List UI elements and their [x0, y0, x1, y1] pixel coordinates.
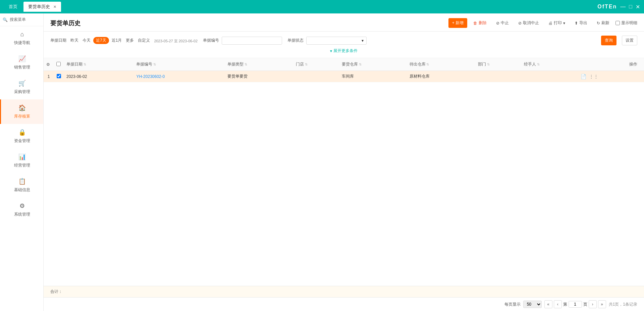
next-page-button[interactable]: ›	[589, 300, 597, 308]
col-req-warehouse[interactable]: 要货仓库	[339, 58, 407, 71]
tab-close-icon[interactable]: ✕	[53, 5, 56, 9]
col-doc-type[interactable]: 单据类型	[225, 58, 293, 71]
sidebar-item-quick-nav[interactable]: ⌂ 快捷导航	[0, 26, 43, 50]
table-header-row: ⚙ 单据日期 单据编号 单据类型 门店 要货仓库 待出仓库 部门 经手人 操	[44, 58, 644, 71]
cancel-stop-button[interactable]: ⊘ 取消中止	[515, 18, 542, 28]
query-button[interactable]: 查询	[601, 36, 616, 45]
sidebar-item-finance[interactable]: 🔒 资金管理	[0, 124, 43, 148]
gear-settings-icon[interactable]: ⚙	[46, 62, 50, 67]
tab-home[interactable]: 首页	[4, 2, 22, 12]
query-button-label: 查询	[605, 38, 613, 43]
new-button-label: + 新增	[452, 20, 464, 26]
footer-sum-label: 合计：	[50, 289, 62, 294]
col-handler[interactable]: 经手人	[521, 58, 578, 71]
date-opt-today[interactable]: 今天	[81, 37, 92, 44]
display-detail-toggle[interactable]: 显示明细	[615, 20, 637, 26]
date-opt-1month[interactable]: 近1月	[110, 37, 123, 44]
date-opt-yesterday[interactable]: 昨天	[69, 37, 80, 44]
display-detail-label: 显示明细	[621, 20, 637, 26]
filter-status-select[interactable]: ▾	[306, 37, 367, 45]
export-button[interactable]: ⬆ 导出	[571, 18, 591, 28]
delete-icon: 🗑	[473, 21, 477, 26]
first-page-button[interactable]: «	[544, 300, 552, 308]
stop-button[interactable]: ⊘ 中止	[493, 18, 512, 28]
cart-icon: 🛒	[18, 80, 26, 87]
row-more-icon[interactable]: ⋮⋮	[589, 74, 598, 79]
maximize-icon[interactable]: □	[629, 4, 632, 10]
delete-button[interactable]: 🗑 删除	[470, 18, 490, 28]
sidebar-item-sales-mgmt[interactable]: 📈 销售管理	[0, 50, 43, 75]
prev-page-button[interactable]: ‹	[554, 300, 562, 308]
stop-icon: ⊘	[496, 21, 499, 26]
page-input[interactable]	[569, 301, 582, 308]
last-page-button[interactable]: »	[598, 300, 606, 308]
refresh-button[interactable]: ↻ 刷新	[593, 18, 613, 28]
sidebar-item-ops[interactable]: 📊 经营管理	[0, 148, 43, 173]
table-row: 1 2023-06-02 YH-20230602-0 要货单要货 车间库 原材料…	[44, 71, 644, 82]
table-footer-sum: 合计：	[44, 286, 644, 297]
ops-icon: 📊	[18, 153, 26, 161]
search-icon: 🔍	[3, 17, 8, 22]
col-gear[interactable]: ⚙	[44, 58, 54, 71]
col-doc-no[interactable]: 单据编号	[133, 58, 224, 71]
top-bar: 首页 要货单历史 ✕ OfTEn — □ ✕	[0, 0, 644, 13]
home-icon: ⌂	[20, 31, 24, 38]
filter-docno-input[interactable]	[222, 37, 282, 45]
inventory-icon: 🏠	[18, 104, 26, 112]
sidebar-item-inventory[interactable]: 🏠 库存核算	[0, 99, 43, 124]
row-edit-icon[interactable]: 📄	[581, 74, 586, 79]
doc-icon: 📋	[18, 178, 26, 185]
settings-button[interactable]: 设置	[622, 36, 637, 45]
cell-actions: 📄 ⋮⋮	[578, 71, 644, 82]
filter-docno-group: 单据编号	[203, 37, 282, 45]
new-button[interactable]: + 新增	[448, 18, 467, 28]
cell-handler	[521, 71, 578, 82]
tab-requisition-label: 要货单历史	[28, 4, 50, 10]
sidebar: 🔍 搜索菜单 ⌂ 快捷导航 📈 销售管理 🛒 采购管理 🏠 库存核算 🔒 资金管…	[0, 13, 44, 311]
sidebar-item-basic-info[interactable]: 📋 基础信息	[0, 173, 43, 197]
display-detail-checkbox[interactable]	[615, 21, 620, 25]
col-pending-warehouse[interactable]: 待出仓库	[407, 58, 476, 71]
chevron-down-small-icon: ▾	[330, 49, 332, 53]
date-opt-more[interactable]: 更多	[124, 37, 135, 44]
filter-date-options: 昨天 今天 近7天 近1月 更多 自定义	[69, 37, 151, 44]
sidebar-item-sys-label: 系统管理	[14, 212, 30, 217]
cell-pending-warehouse: 原材料仓库	[407, 71, 476, 82]
sidebar-item-quick-nav-label: 快捷导航	[14, 40, 30, 46]
print-button-label: 打印	[554, 20, 562, 26]
print-button[interactable]: 🖨 打印 ▾	[545, 18, 569, 28]
sidebar-item-purchase-mgmt[interactable]: 🛒 采购管理	[0, 75, 43, 99]
sidebar-item-sales-label: 销售管理	[14, 64, 30, 70]
doc-no-link[interactable]: YH-20230602-0	[136, 74, 165, 79]
col-department[interactable]: 部门	[475, 58, 521, 71]
sidebar-search[interactable]: 🔍 搜索菜单	[0, 13, 43, 26]
per-page-select[interactable]: 10 20 50 100	[523, 301, 542, 308]
filter-date-group: 单据日期 昨天 今天 近7天 近1月 更多 自定义 2023-05-27 至 2…	[50, 37, 198, 44]
refresh-button-label: 刷新	[601, 20, 609, 26]
expand-more-conditions[interactable]: ▾ 展开更多条件	[330, 48, 358, 54]
row-num: 1	[44, 71, 54, 82]
cell-req-warehouse: 车间库	[339, 71, 407, 82]
select-all-checkbox[interactable]	[56, 62, 61, 66]
date-opt-7days[interactable]: 近7天	[93, 37, 109, 44]
filter-date-range: 2023-05-27 至 2023-06-02	[154, 39, 198, 43]
cell-store	[293, 71, 339, 82]
col-doc-date[interactable]: 单据日期	[64, 58, 133, 71]
date-opt-custom[interactable]: 自定义	[137, 37, 151, 44]
content-area: 要货单历史 + 新增 🗑 删除 ⊘ 中止 ⊘ 取消中止 🖨	[44, 13, 644, 311]
tab-home-label: 首页	[9, 4, 17, 10]
cancel-stop-label: 取消中止	[523, 20, 539, 26]
main-layout: 🔍 搜索菜单 ⌂ 快捷导航 📈 销售管理 🛒 采购管理 🏠 库存核算 🔒 资金管…	[0, 13, 644, 311]
export-icon: ⬆	[575, 21, 578, 26]
brand-label: OfTEn	[597, 4, 617, 10]
refresh-icon: ↻	[597, 21, 600, 26]
filter-bar: 单据日期 昨天 今天 近7天 近1月 更多 自定义 2023-05-27 至 2…	[44, 32, 644, 58]
row-checkbox[interactable]	[57, 74, 61, 78]
close-icon[interactable]: ✕	[636, 4, 640, 10]
col-store[interactable]: 门店	[293, 58, 339, 71]
minimize-icon[interactable]: —	[620, 4, 626, 10]
chevron-down-icon: ▾	[362, 38, 364, 43]
sidebar-item-inventory-label: 库存核算	[14, 114, 30, 119]
sidebar-item-sys-mgmt[interactable]: ⚙ 系统管理	[0, 197, 43, 222]
tab-requisition-history[interactable]: 要货单历史 ✕	[23, 2, 61, 12]
